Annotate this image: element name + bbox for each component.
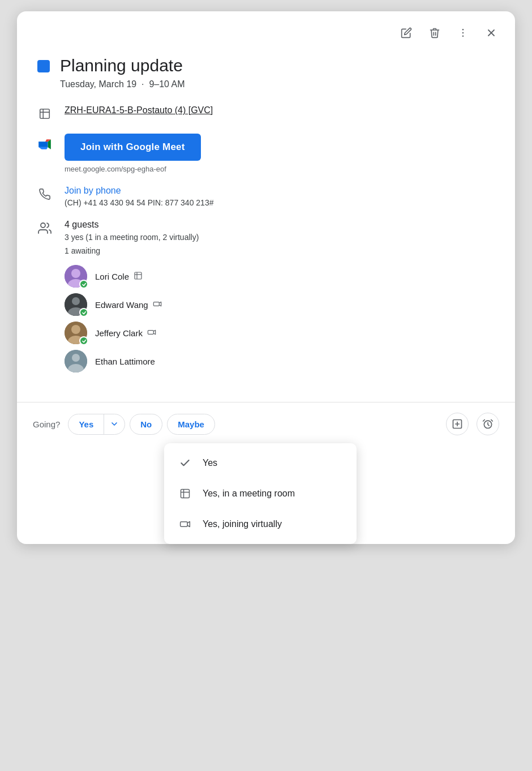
yes-dropdown-menu: Yes Yes, in a meeting room Yes, joining … (17, 443, 515, 544)
event-datetime: Tuesday, March 19 · 9–10 AM (60, 79, 185, 89)
svg-rect-35 (181, 522, 188, 526)
svg-point-10 (71, 269, 80, 278)
check-icon (179, 457, 191, 469)
guest-name: Ethan Lattimore (95, 357, 155, 366)
svg-rect-18 (153, 302, 159, 306)
dropdown-item-label: Yes (203, 458, 217, 468)
event-header: Planning update Tuesday, March 19 · 9–10… (17, 50, 515, 105)
guests-row: 4 guests 3 yes (1 in a meeting room, 2 v… (37, 220, 492, 372)
meet-url: meet.google.com/spg-egha-eof (65, 165, 492, 173)
dropdown-item-label: Yes, joining virtually (203, 519, 282, 529)
snooze-button[interactable] (477, 413, 499, 435)
svg-point-24 (72, 354, 80, 362)
phone-row: Join by phone (CH) +41 43 430 94 54 PIN:… (37, 186, 492, 207)
join-meet-button[interactable]: Join with Google Meet (65, 134, 201, 161)
yes-button-group: Yes (68, 414, 125, 435)
toolbar (17, 11, 515, 50)
meet-row: Join with Google Meet meet.google.com/sp… (37, 134, 492, 173)
guest-item: Jeffery Clark (65, 322, 492, 344)
svg-rect-5 (40, 109, 50, 119)
event-title: Planning update (60, 55, 185, 76)
maybe-button[interactable]: Maybe (167, 414, 215, 435)
no-button[interactable]: No (130, 414, 162, 435)
more-options-button[interactable] (452, 22, 474, 44)
event-content: ZRH-EURA1-5-B-Postauto (4) [GVC] (17, 105, 515, 402)
meet-content: Join with Google Meet meet.google.com/sp… (65, 134, 492, 173)
guest-avatar-wrap (65, 322, 87, 344)
svg-point-2 (462, 36, 464, 37)
location-link[interactable]: ZRH-EURA1-5-B-Postauto (4) [GVC] (65, 105, 213, 115)
rsvp-buttons: Yes No Maybe (68, 414, 438, 435)
dropdown-item-yes-virtual[interactable]: Yes, joining virtually (164, 509, 357, 539)
avatar (65, 350, 87, 372)
guests-content: 4 guests 3 yes (1 in a meeting room, 2 v… (65, 220, 492, 372)
guest-type-icon (153, 299, 162, 310)
phone-icon (37, 187, 52, 202)
guests-count: 4 guests (65, 220, 492, 230)
guest-item: Lori Cole (65, 265, 492, 288)
svg-point-16 (72, 297, 80, 305)
footer-rsvp: Going? Yes No Maybe (17, 402, 515, 446)
guest-list: Lori Cole (65, 265, 492, 372)
edit-button[interactable] (395, 22, 418, 44)
guests-sub2: 1 awaiting (65, 245, 492, 257)
phone-detail: (CH) +41 43 430 94 54 PIN: 877 340 213# (65, 198, 492, 207)
add-note-button[interactable] (446, 413, 469, 435)
svg-rect-22 (148, 330, 153, 334)
delete-button[interactable] (423, 22, 446, 44)
event-info: Planning update Tuesday, March 19 · 9–10… (60, 55, 185, 89)
dropdown-menu: Yes Yes, in a meeting room Yes, joining … (164, 443, 357, 544)
event-card: Planning update Tuesday, March 19 · 9–10… (17, 11, 515, 544)
yes-dropdown-button[interactable] (104, 414, 125, 434)
close-button[interactable] (480, 22, 503, 44)
guest-avatar-wrap (65, 350, 87, 372)
svg-point-0 (462, 29, 464, 31)
guest-item: Ethan Lattimore (65, 350, 492, 372)
location-content: ZRH-EURA1-5-B-Postauto (4) [GVC] (65, 105, 492, 115)
going-label: Going? (33, 419, 60, 429)
event-color-indicator (37, 60, 50, 72)
guest-name: Jeffery Clark (95, 328, 156, 339)
svg-point-8 (41, 223, 45, 228)
dropdown-item-label: Yes, in a meeting room (203, 489, 295, 499)
room-icon (179, 487, 191, 500)
guest-type-icon (134, 271, 143, 282)
guest-avatar-wrap (65, 265, 87, 288)
dropdown-item-yes[interactable]: Yes (164, 448, 357, 478)
svg-rect-32 (181, 490, 190, 498)
svg-line-30 (483, 420, 485, 422)
video-icon (179, 518, 191, 530)
svg-point-1 (462, 32, 464, 34)
dropdown-item-yes-room[interactable]: Yes, in a meeting room (164, 478, 357, 509)
accepted-checkmark (79, 280, 88, 289)
svg-rect-12 (135, 272, 141, 279)
accepted-checkmark (79, 308, 88, 317)
guest-item: Edward Wang (65, 293, 492, 316)
guest-name: Lori Cole (95, 271, 143, 282)
phone-content: Join by phone (CH) +41 43 430 94 54 PIN:… (65, 186, 492, 207)
yes-button[interactable]: Yes (68, 414, 104, 434)
guests-icon (37, 221, 52, 235)
location-icon (37, 106, 52, 121)
join-by-phone-link[interactable]: Join by phone (65, 186, 121, 195)
accepted-checkmark (79, 336, 88, 345)
guest-avatar-wrap (65, 293, 87, 316)
meet-icon (37, 137, 52, 152)
location-row: ZRH-EURA1-5-B-Postauto (4) [GVC] (37, 105, 492, 121)
svg-line-31 (491, 420, 493, 422)
guests-sub1: 3 yes (1 in a meeting room, 2 virtually) (65, 232, 492, 243)
svg-point-20 (71, 325, 80, 334)
guest-name: Edward Wang (95, 299, 162, 310)
guest-type-icon (147, 328, 156, 339)
